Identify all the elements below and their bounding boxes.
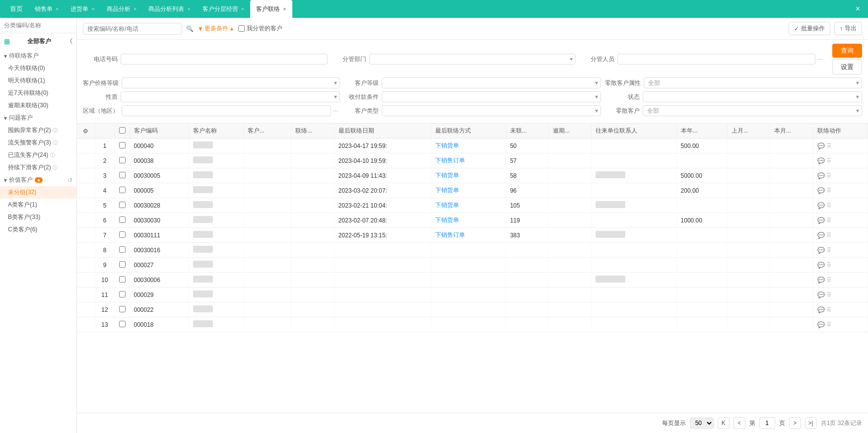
method-link[interactable]: 下销货单 [435,142,459,149]
contact-icon[interactable]: 💬 [817,232,825,239]
per-page-select[interactable]: 50 [690,418,714,429]
row-checkbox[interactable] [119,276,126,283]
more-action-icon[interactable]: ⠿ [827,277,831,284]
contact-icon[interactable]: 💬 [817,187,825,194]
area-input[interactable] [122,105,331,116]
method-link[interactable]: 下销货单 [435,172,459,179]
row-checkbox[interactable] [119,291,126,297]
contact-icon[interactable]: 💬 [817,306,825,313]
row-checkbox-cell[interactable] [115,317,130,332]
sidebar-item-overdue[interactable]: 逾期未联络(30) [0,99,76,112]
close-tab-customer-seg[interactable]: × [241,6,244,12]
window-close-btn[interactable]: × [852,4,864,13]
sidebar-section-value[interactable]: ▾ 价值客户 ● ↺ [0,174,76,186]
person-more-icon[interactable]: ··· [815,56,824,63]
nav-home[interactable]: 首页 [4,0,29,18]
contact-icon[interactable]: 💬 [817,291,825,298]
contact-icon[interactable]: 💬 [817,277,825,284]
row-checkbox-cell[interactable] [115,273,130,288]
more-action-icon[interactable]: ⠿ [827,321,831,328]
status-wrap[interactable]: ▾ [643,91,862,102]
sidebar-item-churn-warning[interactable]: 流失预警客户(3) ⓘ [0,137,76,149]
sidebar-item-7days[interactable]: 近7天待联络(0) [0,87,76,99]
reset-btn[interactable]: 设置 [832,60,862,74]
nav-tab-customer-seg[interactable]: 客户分层经营 × [197,0,250,18]
row-checkbox[interactable] [119,142,126,148]
export-btn[interactable]: ↑ 导出 [834,22,862,35]
page-number-input[interactable] [759,417,775,429]
nav-tab-analysis-list[interactable]: 商品分析列表 × [142,0,196,18]
payment-select[interactable] [382,91,601,102]
row-checkbox-cell[interactable] [115,153,130,168]
nav-tab-analysis[interactable]: 商品分析 × [101,0,142,18]
sidebar-section-problem[interactable]: ▾ 问题客户 [0,112,76,124]
customer-type-select[interactable] [382,105,601,116]
row-checkbox[interactable] [119,172,126,178]
close-tab-sales[interactable]: × [56,6,59,12]
retail-attr-select[interactable]: 全部 [644,77,862,88]
row-checkbox[interactable] [119,202,126,208]
row-checkbox-cell[interactable] [115,228,130,243]
more-action-icon[interactable]: ⠿ [827,217,831,224]
method-link[interactable]: 下销货单 [435,202,459,209]
sidebar-all-customers[interactable]: ⊞ 全部客户 《 [0,33,76,50]
person-input[interactable] [617,54,815,65]
row-checkbox[interactable] [119,306,126,312]
sidebar-item-declining[interactable]: 持续下滑客户(2) ⓘ [0,161,76,174]
sidebar-item-churned[interactable]: 已流失客户(24) ⓘ [0,149,76,161]
sidebar-item-ungrouped[interactable]: 未分组(32) [0,186,76,199]
status-select[interactable] [643,91,862,102]
more-action-icon[interactable]: ⠿ [827,306,831,313]
dept-select[interactable] [369,54,576,65]
more-action-icon[interactable]: ⠿ [827,262,831,269]
method-link[interactable]: 下销售订单 [435,157,465,164]
close-tab-analysis[interactable]: × [134,6,136,12]
row-checkbox-cell[interactable] [115,198,130,213]
price-level-select[interactable] [122,77,340,88]
row-checkbox[interactable] [119,246,126,253]
row-checkbox-cell[interactable] [115,288,130,302]
nav-tab-customer-contact[interactable]: 客户联络 × [250,0,292,18]
row-checkbox-cell[interactable] [115,258,130,273]
area-more-icon[interactable]: ··· [331,107,340,114]
more-action-icon[interactable]: ⠿ [827,157,831,164]
nature-select[interactable] [121,91,340,102]
customer-level-select[interactable] [382,77,601,88]
method-link[interactable]: 下销货单 [435,187,459,194]
row-checkbox-cell[interactable] [115,243,130,258]
sidebar-item-today[interactable]: 今天待联络(0) [0,62,76,74]
row-checkbox-cell[interactable] [115,183,130,198]
sidebar-item-abnormal[interactable]: 囤购异常客户(2) ⓘ [0,124,76,137]
row-checkbox-cell[interactable] [115,139,130,153]
nav-tab-sales[interactable]: 销售单 × [29,0,65,18]
sidebar-search-input[interactable] [4,22,77,29]
nav-tab-purchase[interactable]: 进货单 × [65,0,100,18]
col-checkbox[interactable] [115,124,130,139]
customer-type-wrap[interactable]: ▾ [382,105,601,116]
collapse-icon[interactable]: 《 [67,37,72,46]
more-action-icon[interactable]: ⠿ [827,172,831,179]
retail-customer-select[interactable]: 全部 [643,105,862,116]
row-checkbox-cell[interactable] [115,168,130,183]
row-checkbox[interactable] [119,216,126,223]
contact-icon[interactable]: 💬 [817,157,825,164]
contact-icon[interactable]: 💬 [817,247,825,254]
retail-customer-wrap[interactable]: 全部 ▾ [643,105,862,116]
price-level-wrap[interactable]: ▾ [122,77,340,88]
batch-ops-btn[interactable]: ✓ 批量操作 [789,22,830,35]
phone-input[interactable] [121,54,328,65]
row-checkbox[interactable] [119,187,126,193]
select-all-checkbox[interactable] [119,127,126,134]
sidebar-item-type-b[interactable]: B类客户(33) [0,211,76,223]
sidebar-item-tomorrow[interactable]: 明天待联络(1) [0,74,76,87]
close-tab-customer-contact[interactable]: × [283,6,286,12]
retail-attr-wrap[interactable]: 全部 ▾ [644,77,862,88]
sidebar-item-type-a[interactable]: A类客户(1) [0,199,76,211]
next-page-btn[interactable]: > [789,417,801,429]
more-action-icon[interactable]: ⠿ [827,232,831,239]
close-tab-purchase[interactable]: × [91,6,94,12]
row-checkbox[interactable] [119,231,126,238]
method-link[interactable]: 下销售订单 [435,231,465,238]
contact-icon[interactable]: 💬 [817,172,825,179]
person-select-wrap[interactable] [617,54,815,65]
